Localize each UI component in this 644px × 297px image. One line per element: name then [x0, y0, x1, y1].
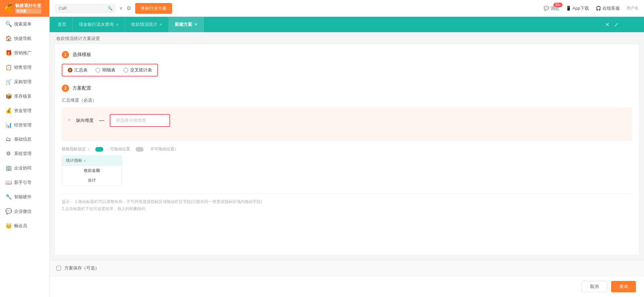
template-select-box: 汇总表 明细表 交叉统计表 — [62, 64, 158, 77]
enterprise-icon: 🏢 — [5, 165, 11, 171]
tab-bank-flow-label: 现金银行流水查询 — [79, 21, 114, 28]
dropdown-arrow-icon[interactable]: ▾ — [119, 5, 122, 12]
stats-table-header[interactable]: 统计指标 ∨ — [62, 156, 122, 166]
chart-icon: 📊 — [5, 122, 11, 128]
tab-home-label: 首页 — [58, 21, 66, 28]
chevron-down-icon: ∨ — [84, 159, 86, 162]
sidebar-item-label: 库存核算 — [14, 93, 32, 99]
header-left: 🔍 ▾ ⚙ 体验行业方案 — [55, 3, 172, 14]
sidebar-badge: 标准版 — [15, 8, 41, 14]
tab-receipts-stats[interactable]: 收款情况统计 ✕ — [125, 17, 169, 32]
online-service-item[interactable]: 🎧 在线客服 — [596, 5, 620, 11]
app-download-label: App下载 — [573, 5, 589, 11]
movable-indicator-icon — [95, 147, 103, 152]
box-icon: 📦 — [5, 93, 11, 99]
online-service-label: 在线客服 — [602, 5, 620, 11]
notification-badge: 99+ — [553, 3, 562, 7]
close-icon[interactable]: ✕ — [194, 22, 197, 27]
stats-row-total: 合计 — [62, 176, 122, 185]
content-area: 收款情况统计方案设置 1 选择模板 汇总表 明细表 — [50, 32, 644, 276]
stats-header-label: 统计指标 — [66, 158, 82, 163]
radio-cross-label: 交叉统计表 — [130, 67, 152, 73]
sidebar-item-basic-info[interactable]: 🗂 基础信息 — [0, 132, 49, 146]
sidebar-item-newbie[interactable]: 📖 新手引导 — [0, 175, 49, 190]
save-checkbox[interactable] — [56, 266, 61, 270]
settings-card: 1 选择模板 汇总表 明细表 交叉统计表 — [55, 44, 639, 255]
sidebar-item-enterprise-wechat[interactable]: 💬 企业微信 — [0, 204, 49, 218]
sidebar-item-label: 资金管理 — [14, 108, 32, 114]
stats-table: 统计指标 ∨ 收款金额 合计 — [62, 155, 122, 186]
search-icon: 🔍 — [108, 6, 113, 11]
close-icon[interactable]: ✕ — [116, 22, 119, 27]
cart-icon: 🛒 — [5, 79, 11, 85]
radio-detail-label: 明细表 — [102, 67, 115, 73]
header-right: 💬 消息 99+ 📱 App下载 🎧 在线客服 用户名 — [544, 5, 639, 11]
radio-detail[interactable]: 明细表 — [96, 67, 115, 73]
tab-home[interactable]: 首页 — [50, 17, 73, 32]
user-label: 用户名 — [627, 5, 639, 11]
movable-label: 可拖动位置 — [110, 146, 130, 152]
sidebar-item-label: 系统管理 — [14, 151, 32, 157]
header: 🔍 ▾ ⚙ 体验行业方案 💬 消息 99+ 📱 App下载 🎧 在线客服 用户名 — [50, 0, 644, 17]
tab-bar: 首页 现金银行流水查询 ✕ 收款情况统计 ✕ 新建方案 ✕ ✕ ⤢ — [50, 17, 644, 32]
sidebar-item-enterprise-coop[interactable]: 🏢 企业协同 — [0, 161, 49, 175]
close-window-icon[interactable]: ✕ — [604, 20, 611, 29]
radio-cross[interactable]: 交叉统计表 — [123, 67, 152, 73]
sidebar-item-search[interactable]: 🔍 搜索菜单 — [0, 17, 49, 31]
industry-btn[interactable]: 体验行业方案 — [135, 3, 172, 14]
gear-icon: ⚙ — [5, 150, 11, 157]
tab-receipts-stats-label: 收款情况统计 — [131, 21, 157, 28]
sidebar-item-label: 基础信息 — [14, 136, 32, 142]
notification-item[interactable]: 💬 消息 99+ — [544, 5, 559, 11]
radio-summary-input[interactable] — [68, 68, 72, 72]
cancel-button[interactable]: 取消 — [582, 281, 607, 292]
arrow-icon: — — [99, 117, 104, 123]
hardware-icon: 🔧 — [5, 194, 11, 200]
dimension-selector[interactable]: 请选择分组维度 — [110, 114, 170, 127]
step2-section: 2 方案配置 汇总维度（必选） * 纵向维度 — 请选择分组维度 — [62, 85, 632, 212]
sidebar-item-capital[interactable]: 💰 资金管理 — [0, 103, 49, 118]
radio-summary[interactable]: 汇总表 — [68, 67, 88, 73]
settings-icon[interactable]: ⚙ — [126, 5, 131, 11]
tab-bank-flow[interactable]: 现金银行流水查询 ✕ — [73, 17, 125, 32]
radio-summary-label: 汇总表 — [74, 67, 88, 73]
step1-num: 1 — [62, 51, 69, 58]
sidebar-item-label: 快捷导航 — [14, 36, 32, 42]
sidebar-item-system[interactable]: ⚙ 系统管理 — [0, 146, 49, 161]
member-icon: 👑 — [5, 222, 11, 229]
sidebar-item-inventory[interactable]: 📦 库存核算 — [0, 89, 49, 103]
required-star: * — [68, 118, 70, 123]
radio-detail-input[interactable] — [96, 68, 100, 72]
tab-new-plan[interactable]: 新建方案 ✕ — [169, 17, 204, 32]
close-icon[interactable]: ✕ — [159, 22, 162, 27]
sidebar-item-quick-nav[interactable]: 🏠 快捷导航 — [0, 31, 49, 46]
main-content: 🔍 ▾ ⚙ 体验行业方案 💬 消息 99+ 📱 App下载 🎧 在线客服 用户名 — [50, 0, 644, 297]
sidebar-item-label: 采购管理 — [14, 79, 32, 85]
page-title: 收款情况统计方案设置 — [50, 32, 644, 44]
search-input[interactable] — [55, 4, 115, 13]
save-section: 方案保存（可选） — [50, 260, 644, 276]
sidebar-item-label: 企业微信 — [14, 208, 32, 214]
search-icon: 🔍 — [5, 21, 11, 27]
step1-header: 1 选择模板 — [62, 51, 632, 58]
book-icon: 📖 — [5, 179, 11, 186]
sidebar-item-purchase[interactable]: 🛒 采购管理 — [0, 75, 49, 89]
step1-title: 选择模板 — [72, 52, 91, 58]
fixed-indicator-icon — [136, 147, 144, 152]
tip2: 2.点击标题栏下拉可设置排序、插入列和删除列 — [62, 206, 632, 212]
step2-header: 2 方案配置 — [62, 85, 632, 92]
user-info[interactable]: 用户名 — [627, 5, 639, 11]
query-button[interactable]: 查询 — [611, 281, 636, 292]
sidebar-item-label: 销售管理 — [14, 64, 32, 70]
sidebar-item-sales[interactable]: 📋 销售管理 — [0, 60, 49, 75]
sidebar-item-management[interactable]: 📊 经营管理 — [0, 118, 49, 132]
dimension-row: * 纵向维度 — 请选择分组维度 — [68, 114, 625, 127]
maximize-icon[interactable]: ⤢ — [613, 20, 620, 29]
sidebar-item-marketing[interactable]: 🎁 营销推广 — [0, 46, 49, 60]
app-download-item[interactable]: 📱 App下载 — [566, 5, 589, 11]
sidebar-item-smart-hardware[interactable]: 🔧 智能硬件 — [0, 190, 49, 204]
dimension-area: * 纵向维度 — 请选择分组维度 — [62, 107, 632, 141]
sidebar-item-member[interactable]: 👑 畅会员 — [0, 218, 49, 233]
radio-cross-input[interactable] — [123, 68, 128, 72]
gift-icon: 🎁 — [5, 50, 11, 56]
